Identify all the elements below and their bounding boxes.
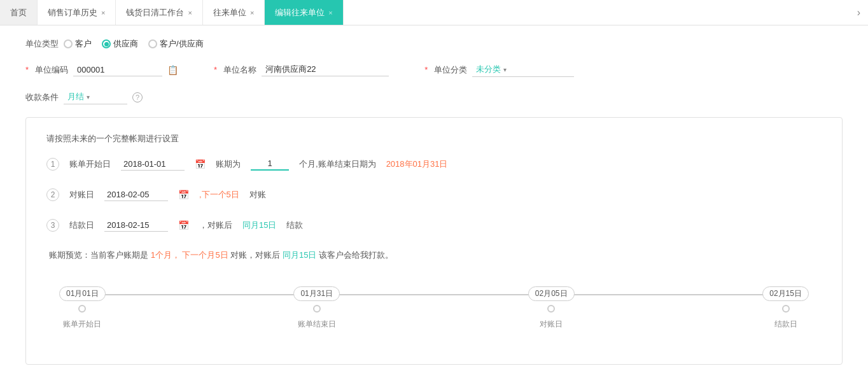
radio-both-label: 客户/供应商 [160,38,204,50]
unit-category-field: * 单位分类 未分类 ▾ [424,62,574,77]
preview-middle: 对账，对账后 [230,250,280,260]
timeline-point-0: 01月01日 账单开始日 [59,286,106,330]
timeline-badge-0: 01月01日 [59,286,106,301]
unit-type-field: 单位类型 客户 供应商 客户/供应商 [25,38,204,50]
unit-category-arrow: ▾ [503,66,507,73]
unit-category-star: * [424,65,428,74]
unit-name-star: * [214,65,217,74]
timeline-badge-2: 02月05日 [528,286,575,301]
timeline: 01月01日 账单开始日 01月31日 账单结束日 02月05日 [46,274,822,349]
step-1-period-unit: 个月,账单结束日期为 [299,158,376,170]
radio-supplier-circle [102,39,111,48]
tab-cash-work[interactable]: 钱货日清工作台 × [116,0,202,25]
step-3-row: 3 结款日 📅 ，对账后 同月15日 结款 [46,219,822,232]
tab-cash-work-close[interactable]: × [188,9,192,17]
payment-terms-help[interactable]: ? [132,92,143,102]
radio-customer-circle [64,39,73,48]
timeline-dot-2 [547,305,555,313]
step-1-suffix: 账期为 [216,158,241,170]
preview-suffix: 该客户会给我打款。 [319,250,393,260]
payment-terms-value: 月结 [67,91,84,102]
tab-sales-history-close[interactable]: × [101,9,105,17]
step-1-calendar-icon[interactable]: 📅 [195,159,206,169]
step-1-date-input[interactable] [121,158,185,171]
unit-name-input[interactable] [262,64,389,76]
timeline-sublabel-0: 账单开始日 [63,319,101,330]
unit-code-icon[interactable]: 📋 [167,65,178,75]
timeline-dot-1 [313,305,321,313]
step-3-date-input[interactable] [104,219,168,232]
step-2-suffix: 对账 [249,189,266,201]
tab-counterpart-close[interactable]: × [250,9,254,17]
step-1-period-input[interactable] [251,157,289,171]
unit-type-row: 单位类型 客户 供应商 客户/供应商 [25,38,843,50]
radio-supplier-label: 供应商 [113,38,138,50]
step-3-label: 结款日 [69,220,94,231]
step-3-highlight: 同月15日 [242,220,276,231]
payment-terms-select[interactable]: 月结 ▾ [64,90,127,104]
timeline-sublabel-2: 对账日 [540,319,563,330]
radio-both-circle [148,39,157,48]
unit-category-select[interactable]: 未分类 ▾ [472,62,574,77]
step-2-label: 对账日 [69,189,94,201]
unit-code-field: * 单位编码 📋 [25,64,178,76]
timeline-sublabel-3: 结款日 [774,319,797,330]
unit-category-label: 单位分类 [434,64,467,76]
step-2-date-input[interactable] [104,188,168,201]
tab-more-button[interactable]: › [850,7,868,18]
step-1-num: 1 [46,158,59,171]
preview-part1: 1个月， [151,250,180,260]
tab-counterpart[interactable]: 往来单位 × [203,0,265,25]
payment-terms-field: 收款条件 月结 ▾ ? [25,90,143,104]
step-3-suffix: 结款 [286,220,303,231]
radio-customer-label: 客户 [75,38,92,50]
preview-part2: 下一个月5日 [182,250,228,260]
unit-type-radio-group: 客户 供应商 客户/供应商 [64,38,204,50]
timeline-dot-0 [78,305,86,313]
tabs-bar: 首页 销售订单历史 × 钱货日清工作台 × 往来单位 × 编辑往来单位 × › [0,0,868,25]
tab-edit-counterpart-close[interactable]: × [328,9,332,17]
payment-terms-row: 收款条件 月结 ▾ ? [25,90,843,104]
payment-terms-arrow: ▾ [87,94,90,101]
unit-category-value: 未分类 [476,64,501,75]
radio-supplier[interactable]: 供应商 [102,38,138,50]
page-content: 单位类型 客户 供应商 客户/供应商 * 单位编码 [0,25,868,387]
billing-cycle-panel: 请按照未来的一个完整帐期进行设置 1 账单开始日 📅 账期为 个月,账单结束日期… [25,117,843,365]
timeline-point-3: 02月15日 结款日 [762,286,809,330]
step-3-num: 3 [46,219,59,232]
step-1-label: 账单开始日 [69,158,111,170]
timeline-point-1: 01月31日 账单结束日 [293,286,340,330]
step-2-num: 2 [46,188,59,201]
step-2-calendar-icon[interactable]: 📅 [178,190,189,200]
unit-code-input[interactable] [73,64,162,76]
step-2-row: 2 对账日 📅 ,下一个5日 对账 [46,188,822,201]
step-1-end-date: 2018年01月31日 [386,158,448,170]
step-1-row: 1 账单开始日 📅 账期为 个月,账单结束日期为 2018年01月31日 [46,157,822,171]
unit-code-label: 单位编码 [35,64,68,76]
preview-text: 账期预览：当前客户账期是 1个月， 下一个月5日 对账，对账后 同月15日 该客… [46,250,822,261]
timeline-badge-3: 02月15日 [762,286,809,301]
unit-details-row: * 单位编码 📋 * 单位名称 * 单位分类 未分类 ▾ [25,62,843,77]
radio-customer[interactable]: 客户 [64,38,92,50]
unit-type-label: 单位类型 [25,38,59,50]
timeline-sublabel-1: 账单结束日 [298,319,336,330]
unit-name-label: 单位名称 [223,64,256,76]
radio-both[interactable]: 客户/供应商 [148,38,204,50]
unit-name-field: * 单位名称 [214,64,389,76]
timeline-dot-3 [782,305,790,313]
step-2-highlight: ,下一个5日 [199,189,239,201]
payment-terms-label: 收款条件 [25,92,59,103]
timeline-point-2: 02月05日 对账日 [528,286,575,330]
step-3-calendar-icon[interactable]: 📅 [178,220,189,230]
unit-code-star: * [25,65,29,74]
step-3-prefix: ，对账后 [199,220,232,231]
tab-edit-counterpart[interactable]: 编辑往来单位 × [265,0,343,25]
panel-title: 请按照未来的一个完整帐期进行设置 [46,133,822,144]
timeline-points: 01月01日 账单开始日 01月31日 账单结束日 02月05日 [59,286,809,330]
tab-sales-history[interactable]: 销售订单历史 × [38,0,116,25]
timeline-badge-1: 01月31日 [293,286,340,301]
tab-home[interactable]: 首页 [0,0,38,25]
preview-prefix: 账期预览：当前客户账期是 [49,250,148,260]
preview-part3: 同月15日 [283,250,316,260]
